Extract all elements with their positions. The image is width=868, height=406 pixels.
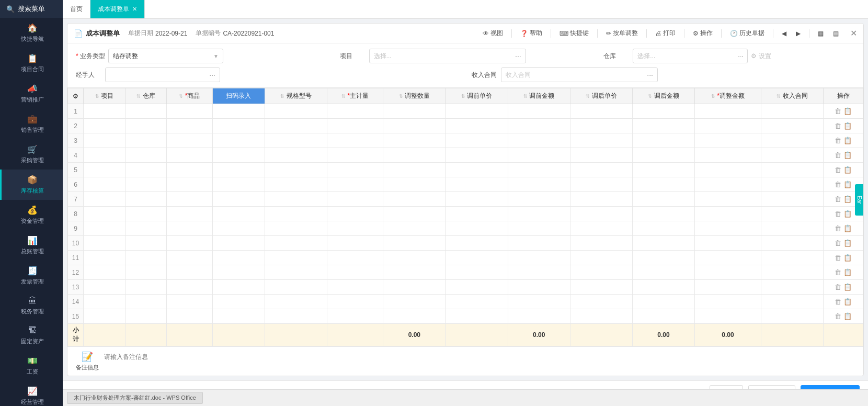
- row-project[interactable]: [84, 133, 125, 148]
- row-project[interactable]: [84, 280, 125, 295]
- row-adj-amount[interactable]: [695, 295, 761, 309]
- right-collapse-tab[interactable]: Ear: [855, 184, 863, 216]
- row-delete-icon[interactable]: 🗑: [835, 107, 841, 115]
- row-income-contract[interactable]: [761, 192, 823, 207]
- row-before-price[interactable]: [446, 207, 508, 221]
- row-before-amount[interactable]: [508, 207, 570, 221]
- row-unit[interactable]: [327, 251, 383, 265]
- row-project[interactable]: [84, 119, 125, 133]
- row-spec[interactable]: [265, 133, 327, 148]
- row-after-price[interactable]: [570, 251, 632, 265]
- row-project[interactable]: [84, 104, 125, 119]
- row-warehouse[interactable]: [125, 251, 167, 265]
- row-spec[interactable]: [265, 221, 327, 236]
- row-spec[interactable]: [265, 236, 327, 251]
- row-income-contract[interactable]: [761, 309, 823, 324]
- row-income-contract[interactable]: [761, 163, 823, 177]
- row-warehouse[interactable]: [125, 104, 167, 119]
- row-product[interactable]: [167, 104, 212, 119]
- row-after-amount[interactable]: [632, 265, 694, 280]
- row-before-price[interactable]: [446, 104, 508, 119]
- row-after-price[interactable]: [570, 133, 632, 148]
- sidebar-item-assets[interactable]: 🏗固定资产: [0, 321, 63, 351]
- row-before-amount[interactable]: [508, 236, 570, 251]
- row-scan[interactable]: [212, 119, 265, 133]
- row-warehouse[interactable]: [125, 221, 167, 236]
- row-adj-qty[interactable]: [383, 251, 446, 265]
- row-adj-amount[interactable]: [695, 236, 761, 251]
- row-before-amount[interactable]: [508, 192, 570, 207]
- row-after-amount[interactable]: [632, 119, 694, 133]
- row-delete-icon[interactable]: 🗑: [835, 312, 841, 320]
- row-copy-icon[interactable]: 📋: [843, 107, 852, 115]
- row-adj-qty[interactable]: [383, 119, 446, 133]
- row-warehouse[interactable]: [125, 265, 167, 280]
- row-adj-amount[interactable]: [695, 207, 761, 221]
- row-product[interactable]: [167, 207, 212, 221]
- row-product[interactable]: [167, 177, 212, 192]
- row-spec[interactable]: [265, 192, 327, 207]
- action-grid2[interactable]: ▤: [831, 29, 841, 38]
- sidebar-item-marketing[interactable]: 📣营销推广: [0, 78, 63, 109]
- row-before-amount[interactable]: [508, 295, 570, 309]
- row-copy-icon[interactable]: 📋: [843, 166, 852, 174]
- row-before-price[interactable]: [446, 148, 508, 163]
- row-product[interactable]: [167, 148, 212, 163]
- row-product[interactable]: [167, 295, 212, 309]
- row-copy-icon[interactable]: 📋: [843, 210, 852, 218]
- row-warehouse[interactable]: [125, 133, 167, 148]
- row-warehouse[interactable]: [125, 280, 167, 295]
- row-spec[interactable]: [265, 280, 327, 295]
- row-after-amount[interactable]: [632, 104, 694, 119]
- row-unit[interactable]: [327, 192, 383, 207]
- row-adj-qty[interactable]: [383, 207, 446, 221]
- row-scan[interactable]: [212, 133, 265, 148]
- row-before-price[interactable]: [446, 119, 508, 133]
- tab-cost-adjust[interactable]: 成本调整单 ✕: [90, 0, 145, 18]
- row-project[interactable]: [84, 265, 125, 280]
- row-copy-icon[interactable]: 📋: [843, 298, 852, 306]
- action-ops[interactable]: ⚙ 操作: [691, 28, 715, 39]
- row-adj-amount[interactable]: [695, 177, 761, 192]
- warehouse-settings-icon[interactable]: ⚙ 设置: [751, 52, 771, 61]
- row-project[interactable]: [84, 148, 125, 163]
- row-spec[interactable]: [265, 207, 327, 221]
- row-unit[interactable]: [327, 309, 383, 324]
- row-warehouse[interactable]: [125, 192, 167, 207]
- panel-close-button[interactable]: ✕: [850, 28, 857, 38]
- row-after-price[interactable]: [570, 221, 632, 236]
- row-scan[interactable]: [212, 177, 265, 192]
- row-income-contract[interactable]: [761, 104, 823, 119]
- sidebar-item-ops[interactable]: 📈经营管理: [0, 381, 63, 406]
- row-before-amount[interactable]: [508, 280, 570, 295]
- row-after-amount[interactable]: [632, 309, 694, 324]
- action-next[interactable]: ▶: [794, 29, 803, 38]
- row-copy-icon[interactable]: 📋: [843, 224, 852, 232]
- row-warehouse[interactable]: [125, 207, 167, 221]
- biz-type-input[interactable]: 结存调整 ▼: [108, 49, 223, 63]
- row-adj-qty[interactable]: [383, 295, 446, 309]
- row-after-amount[interactable]: [632, 280, 694, 295]
- row-warehouse[interactable]: [125, 177, 167, 192]
- row-product[interactable]: [167, 236, 212, 251]
- row-after-price[interactable]: [570, 265, 632, 280]
- row-project[interactable]: [84, 221, 125, 236]
- sidebar-item-tax[interactable]: 🏛税务管理: [0, 291, 63, 321]
- row-delete-icon[interactable]: 🗑: [835, 283, 841, 291]
- sidebar-item-project-contract[interactable]: 📋项目合同: [0, 48, 63, 78]
- row-after-amount[interactable]: [632, 295, 694, 309]
- taskbar-item[interactable]: 木门行业财务处理方案-蕃红红.doc - WPS Office: [67, 392, 203, 404]
- row-delete-icon[interactable]: 🗑: [835, 254, 841, 262]
- row-before-amount[interactable]: [508, 119, 570, 133]
- row-after-amount[interactable]: [632, 163, 694, 177]
- row-before-amount[interactable]: [508, 221, 570, 236]
- row-copy-icon[interactable]: 📋: [843, 122, 852, 130]
- row-adj-amount[interactable]: [695, 104, 761, 119]
- row-before-price[interactable]: [446, 236, 508, 251]
- row-product[interactable]: [167, 309, 212, 324]
- row-spec[interactable]: [265, 309, 327, 324]
- row-delete-icon[interactable]: 🗑: [835, 195, 841, 203]
- row-after-amount[interactable]: [632, 251, 694, 265]
- row-after-price[interactable]: [570, 309, 632, 324]
- row-after-amount[interactable]: [632, 221, 694, 236]
